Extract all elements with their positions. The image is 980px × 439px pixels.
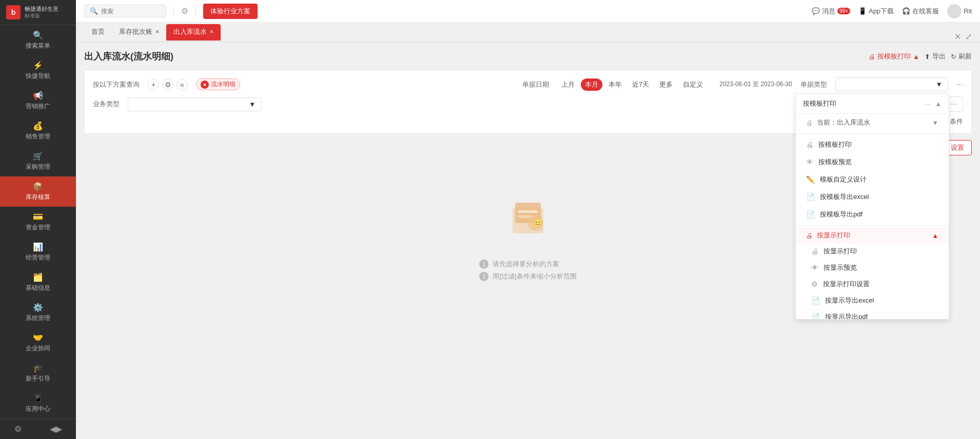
basics-icon: 🗂️ bbox=[33, 272, 43, 282]
dropdown-header-right: ··· ▲ bbox=[925, 100, 942, 108]
display-preview-item[interactable]: 👁 按显示预览 bbox=[796, 260, 949, 276]
sidebar-item-guide[interactable]: 🎓 新手引导 bbox=[0, 358, 76, 388]
eye-icon2: 👁 bbox=[811, 264, 818, 272]
template-custom-item[interactable]: ✏️ 模板自定义设计 bbox=[796, 171, 949, 188]
user-name: Rit bbox=[964, 7, 972, 15]
template-pdf-item[interactable]: 📄 按模板导出pdf bbox=[796, 206, 949, 223]
funds-icon: 💳 bbox=[33, 212, 43, 222]
display-preview-label: 按显示预览 bbox=[824, 263, 857, 272]
date-last7[interactable]: 近7天 bbox=[628, 78, 653, 91]
date-current-year[interactable]: 本年 bbox=[604, 78, 626, 91]
app-version: 标准版 bbox=[25, 12, 58, 19]
doc-type-more-btn[interactable]: ··· bbox=[956, 80, 963, 89]
app-download-icon: 📱 bbox=[858, 7, 867, 15]
business-type-label: 业务类型 bbox=[93, 99, 120, 109]
sidebar-item-label: 快捷导航 bbox=[26, 72, 50, 81]
refresh-btn[interactable]: ↻ 刷新 bbox=[951, 52, 972, 61]
template-print-item[interactable]: 🖨 按模板打印 bbox=[796, 136, 949, 153]
tab-home[interactable]: 首页 bbox=[84, 24, 112, 41]
filter-add-btn[interactable]: + bbox=[148, 79, 159, 90]
step-2-text: 用[过滤]条件来缩小分析范围 bbox=[493, 272, 576, 281]
avatar bbox=[947, 4, 962, 18]
sidebar-item-app-center[interactable]: 📱 应用中心 bbox=[0, 388, 76, 418]
online-service-item[interactable]: 🎧 在线客服 bbox=[902, 7, 939, 16]
printer-icon3: 🖨 bbox=[811, 247, 818, 255]
message-item[interactable]: 💬 消息 99+ bbox=[812, 7, 850, 16]
headset-icon: 🎧 bbox=[902, 7, 910, 15]
display-excel-item[interactable]: 📄 按显示导出excel bbox=[796, 292, 949, 309]
tab-flow-close[interactable]: × bbox=[210, 28, 213, 35]
template-preview-label: 按模板预览 bbox=[818, 157, 852, 167]
tab-batch[interactable]: 库存批次账 × bbox=[112, 24, 166, 41]
empty-illustration: 😐 bbox=[502, 192, 554, 253]
edit-icon: ✏️ bbox=[806, 175, 815, 184]
excel-icon2: 📄 bbox=[811, 296, 820, 305]
display-settings-label: 按显示打印设置 bbox=[823, 280, 870, 289]
sidebar-bottom: ⚙ ◀▶ bbox=[0, 418, 76, 439]
doc-type-label: 单据类型 bbox=[800, 80, 827, 89]
display-print-label: 按显示打印 bbox=[824, 247, 857, 256]
quick-nav-icon: ⚡ bbox=[33, 61, 43, 70]
sidebar-item-purchase[interactable]: 🛒 采购管理 bbox=[0, 146, 76, 176]
tab-batch-close[interactable]: × bbox=[155, 28, 159, 35]
print-template-btn[interactable]: 🖨 按模板打印 ▲ bbox=[869, 52, 919, 61]
topbar-search-box[interactable]: 🔍 bbox=[84, 5, 166, 17]
date-more[interactable]: 更多 bbox=[655, 78, 677, 91]
maximize-btn[interactable]: ⤢ bbox=[965, 32, 972, 42]
template-excel-item[interactable]: 📄 按模板导出excel bbox=[796, 188, 949, 206]
close-btn[interactable]: ✕ bbox=[954, 32, 961, 42]
sidebar-item-operations[interactable]: 📊 经营管理 bbox=[0, 237, 76, 267]
search-icon: 🔍 bbox=[33, 30, 43, 40]
step-num-1: 1 bbox=[479, 260, 488, 269]
display-settings-item[interactable]: ⚙ 按显示打印设置 bbox=[796, 276, 949, 292]
sidebar-item-funds[interactable]: 💳 资金管理 bbox=[0, 207, 76, 237]
business-type-select[interactable]: ▼ bbox=[128, 97, 261, 111]
chevron-up-icon: ▲ bbox=[913, 53, 919, 61]
sidebar-item-collab[interactable]: 🤝 企业协同 bbox=[0, 328, 76, 358]
tab-flow[interactable]: 出入库流水 × bbox=[166, 24, 221, 41]
sidebar-item-inventory[interactable]: 📦 库存核算 bbox=[0, 176, 76, 207]
date-label: 单据日期 bbox=[522, 80, 549, 89]
system-icon: ⚙️ bbox=[33, 303, 43, 312]
app-download-item[interactable]: 📱 App下载 bbox=[858, 7, 894, 16]
refresh-label: 刷新 bbox=[958, 52, 972, 61]
printer-icon: 🖨 bbox=[869, 53, 875, 61]
sidebar-item-search[interactable]: 🔍 搜索菜单 bbox=[0, 25, 76, 55]
printer-icon2: 🖨 bbox=[806, 141, 813, 149]
sidebar-item-system[interactable]: ⚙️ 系统管理 bbox=[0, 297, 76, 328]
template-print-label: 按模板打印 bbox=[818, 140, 852, 149]
dots-icon: ··· bbox=[925, 100, 931, 108]
sidebar-item-basics[interactable]: 🗂️ 基础信息 bbox=[0, 267, 76, 297]
doc-type-select[interactable]: ▼ bbox=[835, 77, 948, 91]
date-options: 上月 本月 本年 近7天 更多 自定义 bbox=[557, 78, 707, 91]
user-item[interactable]: Rit bbox=[947, 4, 972, 18]
template-pdf-label: 按模板导出pdf bbox=[820, 210, 863, 219]
settings-icon[interactable]: ⚙ bbox=[181, 6, 188, 16]
display-print-item[interactable]: 🖨 按显示打印 bbox=[796, 243, 949, 260]
search-input[interactable] bbox=[101, 8, 152, 15]
eye-icon: 👁 bbox=[806, 158, 813, 166]
date-current-month[interactable]: 本月 bbox=[581, 78, 602, 91]
template-excel-label: 按模板导出excel bbox=[820, 192, 869, 202]
trial-btn[interactable]: 体验行业方案 bbox=[203, 4, 258, 19]
sidebar-collapse-btn[interactable]: ◀▶ bbox=[50, 424, 62, 434]
sidebar-nav: 🔍 搜索菜单 ⚡ 快捷导航 📢 营销推广 💰 销售管理 🛒 采购管理 📦 库存核… bbox=[0, 25, 76, 418]
excel-icon: 📄 bbox=[806, 193, 815, 201]
date-last-month[interactable]: 上月 bbox=[557, 78, 579, 91]
section-display-header[interactable]: 🖨 按显示打印 ▲ bbox=[796, 228, 949, 243]
message-label: 消息 bbox=[822, 7, 835, 16]
sidebar-item-sales[interactable]: 💰 销售管理 bbox=[0, 116, 76, 146]
template-preview-item[interactable]: 👁 按模板预览 bbox=[796, 153, 949, 171]
filter-collapse-left-btn[interactable]: « bbox=[177, 79, 188, 90]
sidebar-item-marketing[interactable]: 📢 营销推广 bbox=[0, 86, 76, 116]
filter-tag-flow[interactable]: ● 流水明细 bbox=[196, 78, 240, 90]
filter-actions: + ⚙ « bbox=[148, 79, 188, 90]
topbar: 🔍 ⚙ 体验行业方案 💬 消息 99+ 📱 App下载 🎧 在线客服 Rit bbox=[76, 0, 980, 23]
date-custom[interactable]: 自定义 bbox=[679, 78, 707, 91]
sidebar-settings-btn[interactable]: ⚙ bbox=[14, 424, 22, 434]
export-btn[interactable]: ⬆ 导出 bbox=[925, 52, 946, 61]
current-icon: 🖨 bbox=[806, 119, 813, 127]
display-pdf-item[interactable]: 📄 按显示导出pdf bbox=[796, 309, 949, 319]
filter-settings-btn[interactable]: ⚙ bbox=[162, 79, 173, 90]
sidebar-item-quick-nav[interactable]: ⚡ 快捷导航 bbox=[0, 55, 76, 86]
